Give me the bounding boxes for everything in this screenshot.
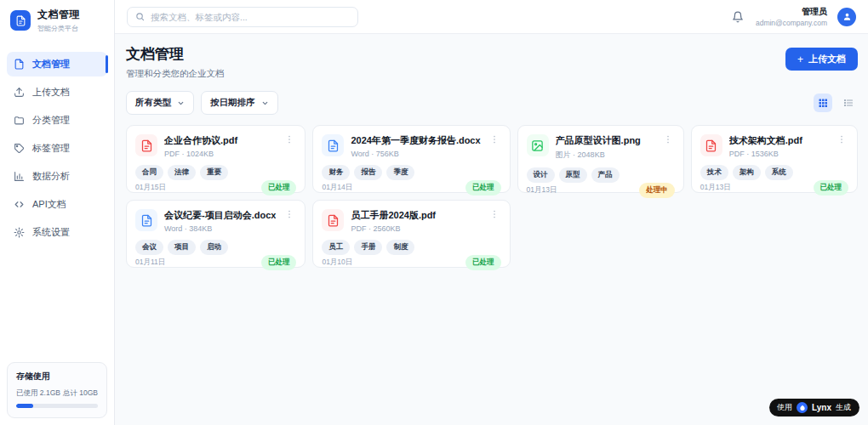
word-file-icon bbox=[135, 209, 157, 231]
sidebar-item-label: 数据分析 bbox=[32, 170, 70, 183]
tag-pill[interactable]: 重要 bbox=[200, 165, 228, 180]
ellipsis-vertical-icon bbox=[489, 209, 500, 219]
tag-pill[interactable]: 架构 bbox=[733, 165, 761, 180]
ellipsis-vertical-icon bbox=[663, 134, 673, 144]
lynx-generated-badge[interactable]: 使用 Lynx 生成 bbox=[769, 399, 859, 416]
tag-pill[interactable]: 财务 bbox=[322, 165, 350, 180]
upload-button-label: 上传文档 bbox=[808, 53, 846, 65]
document-date: 01月11日 bbox=[135, 258, 165, 268]
list-icon bbox=[843, 98, 854, 108]
sidebar: 文档管理 智能分类平台 文档管理 上传文档 分类管理 标签管理 数据分析 API… bbox=[0, 0, 115, 425]
tag-pill[interactable]: 原型 bbox=[559, 167, 587, 183]
document-meta: 图片 · 2048KB bbox=[556, 150, 654, 161]
sidebar-item-upload[interactable]: 上传文档 bbox=[7, 80, 107, 105]
search-icon bbox=[135, 12, 145, 21]
chart-icon bbox=[14, 171, 26, 183]
sidebar-item-label: 标签管理 bbox=[32, 142, 70, 155]
sidebar-item-folder[interactable]: 分类管理 bbox=[7, 108, 107, 133]
tag-pill[interactable]: 手册 bbox=[354, 240, 382, 255]
tag-pill[interactable]: 员工 bbox=[322, 240, 350, 255]
chevron-down-icon bbox=[261, 99, 269, 107]
tag-row: 合同法律重要 bbox=[135, 165, 296, 180]
badge-brand: Lynx bbox=[812, 403, 831, 412]
document-name: 2024年第一季度财务报告.docx bbox=[351, 134, 480, 147]
topbar: 管理员 admin@company.com bbox=[115, 0, 868, 34]
document-icon bbox=[14, 59, 26, 71]
document-date: 01月13日 bbox=[527, 185, 557, 196]
storage-panel: 存储使用 已使用 2.1GB 总计 10GB bbox=[7, 362, 107, 418]
document-card[interactable]: 会议纪要-项目启动会.docx Word · 384KB 会议项目启动 01月1… bbox=[126, 200, 306, 268]
search-input[interactable] bbox=[151, 12, 350, 22]
tag-pill[interactable]: 制度 bbox=[386, 240, 414, 255]
document-card[interactable]: 员工手册2024版.pdf PDF · 2560KB 员工手册制度 01月10日… bbox=[312, 200, 510, 268]
sidebar-item-chart[interactable]: 数据分析 bbox=[7, 164, 107, 189]
page-title: 文档管理 bbox=[126, 44, 225, 64]
card-menu-button[interactable] bbox=[488, 134, 501, 144]
avatar[interactable] bbox=[837, 8, 856, 26]
tag-pill[interactable]: 法律 bbox=[168, 165, 196, 180]
type-filter-select[interactable]: 所有类型 bbox=[126, 91, 194, 115]
tag-pill[interactable]: 技术 bbox=[700, 165, 728, 180]
document-date: 01月10日 bbox=[322, 258, 352, 268]
document-card[interactable]: 2024年第一季度财务报告.docx Word · 756KB 财务报告季度 0… bbox=[312, 125, 510, 193]
sidebar-item-code[interactable]: API文档 bbox=[7, 192, 107, 217]
tag-pill[interactable]: 季度 bbox=[386, 165, 414, 180]
tag-pill[interactable]: 系统 bbox=[765, 165, 793, 180]
sort-select[interactable]: 按日期排序 bbox=[201, 91, 278, 115]
tag-pill[interactable]: 项目 bbox=[168, 240, 196, 255]
tag-icon bbox=[14, 143, 26, 155]
sidebar-item-label: 分类管理 bbox=[32, 114, 70, 127]
card-menu-button[interactable] bbox=[661, 134, 675, 144]
document-card[interactable]: 技术架构文档.pdf PDF · 1536KB 技术架构系统 01月13日 已处… bbox=[691, 125, 858, 193]
document-card[interactable]: 企业合作协议.pdf PDF · 1024KB 合同法律重要 01月15日 已处… bbox=[126, 125, 306, 193]
tag-row: 设计原型产品 bbox=[527, 167, 675, 183]
document-meta: PDF · 1536KB bbox=[729, 150, 828, 158]
gear-icon bbox=[14, 227, 26, 239]
sidebar-item-gear[interactable]: 系统设置 bbox=[7, 220, 107, 245]
person-icon bbox=[842, 12, 852, 21]
search-box[interactable] bbox=[127, 7, 358, 27]
user-email: admin@company.com bbox=[756, 19, 827, 27]
document-date: 01月13日 bbox=[700, 183, 731, 193]
document-date: 01月15日 bbox=[135, 183, 166, 193]
sidebar-item-label: 上传文档 bbox=[32, 86, 70, 99]
sort-select-value: 按日期排序 bbox=[210, 97, 255, 109]
image-file-icon bbox=[527, 134, 549, 156]
app-logo-icon bbox=[10, 10, 31, 31]
document-meta: Word · 384KB bbox=[164, 224, 276, 233]
sidebar-nav: 文档管理 上传文档 分类管理 标签管理 数据分析 API文档 系统设置 bbox=[0, 40, 114, 257]
tag-pill[interactable]: 报告 bbox=[354, 165, 382, 180]
ellipsis-vertical-icon bbox=[837, 134, 847, 144]
pdf-file-icon bbox=[322, 209, 344, 231]
sidebar-item-label: 系统设置 bbox=[32, 226, 70, 239]
user-name: 管理员 bbox=[802, 6, 827, 18]
card-menu-button[interactable] bbox=[283, 209, 296, 219]
tag-pill[interactable]: 产品 bbox=[591, 167, 620, 183]
tag-pill[interactable]: 启动 bbox=[200, 240, 228, 255]
card-menu-button[interactable] bbox=[835, 134, 848, 144]
tag-row: 技术架构系统 bbox=[700, 165, 848, 180]
type-filter-value: 所有类型 bbox=[135, 97, 171, 109]
document-meta: PDF · 1024KB bbox=[164, 150, 276, 158]
tag-pill[interactable]: 合同 bbox=[135, 165, 163, 180]
tag-pill[interactable]: 会议 bbox=[135, 240, 163, 255]
document-date: 01月14日 bbox=[322, 183, 352, 193]
upload-document-button[interactable]: + 上传文档 bbox=[785, 48, 858, 71]
sidebar-item-label: API文档 bbox=[32, 198, 66, 211]
storage-total: 总计 10GB bbox=[63, 388, 98, 399]
sidebar-item-tag[interactable]: 标签管理 bbox=[7, 136, 107, 161]
card-menu-button[interactable] bbox=[283, 134, 296, 144]
notifications-button[interactable] bbox=[730, 9, 745, 25]
document-card[interactable]: 产品原型设计图.png 图片 · 2048KB 设计原型产品 01月13日 处理… bbox=[517, 125, 684, 193]
document-name: 会议纪要-项目启动会.docx bbox=[164, 209, 276, 222]
card-menu-button[interactable] bbox=[488, 209, 501, 219]
list-view-button[interactable] bbox=[839, 94, 858, 112]
ellipsis-vertical-icon bbox=[284, 209, 294, 219]
grid-view-button[interactable] bbox=[814, 94, 832, 112]
tag-pill[interactable]: 设计 bbox=[527, 167, 555, 183]
app-title: 文档管理 bbox=[37, 8, 80, 22]
grid-icon bbox=[818, 98, 828, 108]
document-name: 产品原型设计图.png bbox=[556, 134, 654, 147]
sidebar-item-document[interactable]: 文档管理 bbox=[7, 52, 107, 76]
status-badge: 已处理 bbox=[465, 255, 501, 270]
